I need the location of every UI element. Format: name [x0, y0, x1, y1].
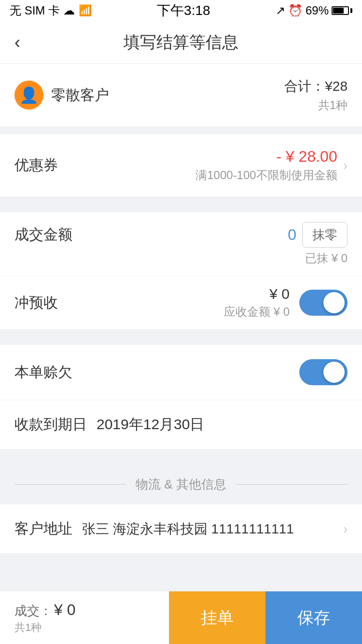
toggle-knob	[323, 292, 345, 313]
transaction-card: 成交金额 0 抹零 已抹 ¥ 0 冲预收 ¥ 0 应收金额 ¥ 0	[0, 212, 362, 329]
address-row[interactable]: 客户地址 张三 海淀永丰科技园 11111111111 ›	[0, 504, 362, 553]
content: 👤 零散客户 合计：¥28 共1种 优惠券 - ¥ 28.00 满1000-10…	[0, 64, 362, 619]
round-zero-button[interactable]: 抹零	[302, 222, 348, 248]
sim-label: 无 SIM 卡 ☁	[10, 3, 75, 18]
battery-percent: 69%	[306, 4, 329, 17]
credit-label: 本单赊欠	[14, 363, 72, 382]
location-icon: ↗	[276, 4, 285, 17]
item-count: 共1种	[284, 98, 348, 113]
address-card: 客户地址 张三 海淀永丰科技园 11111111111 ›	[0, 504, 362, 553]
back-button[interactable]: ‹	[14, 32, 20, 53]
credit-row: 本单赊欠	[0, 345, 362, 400]
transaction-value: 0	[288, 226, 296, 244]
prepay-toggle[interactable]	[299, 290, 348, 316]
avatar-icon: 👤	[19, 86, 39, 104]
credit-toggle-knob	[323, 362, 345, 383]
coupon-right: - ¥ 28.00 满1000-100不限制使用金额 ›	[195, 148, 348, 183]
credit-card: 本单赊欠 收款到期日 2019年12月30日	[0, 345, 362, 449]
total-amount: 合计：¥28	[284, 77, 348, 96]
prepay-right: ¥ 0 应收金额 ¥ 0	[224, 286, 348, 320]
bottom-summary-count: 共1种	[14, 620, 154, 635]
chevron-right-icon: ›	[343, 158, 348, 173]
transaction-top: 成交金额 0 抹零	[14, 222, 348, 248]
customer-card: 👤 零散客户 合计：¥28 共1种	[0, 64, 362, 126]
coupon-values: - ¥ 28.00 满1000-100不限制使用金额	[195, 148, 337, 183]
coupon-row[interactable]: 优惠券 - ¥ 28.00 满1000-100不限制使用金额 ›	[0, 134, 362, 196]
prepay-top: 冲预收 ¥ 0 应收金额 ¥ 0	[14, 286, 348, 320]
bottom-summary: 成交： ¥ 0 共1种	[0, 601, 169, 635]
prepay-amounts: ¥ 0 应收金额 ¥ 0	[224, 286, 290, 320]
save-button[interactable]: 保存	[265, 591, 362, 644]
credit-toggle[interactable]	[299, 359, 348, 385]
due-date-label: 收款到期日	[14, 415, 87, 434]
bottom-summary-title: 成交：	[14, 602, 52, 619]
bottom-bar: 成交： ¥ 0 共1种 挂单 保存	[0, 591, 362, 644]
coupon-card: 优惠券 - ¥ 28.00 满1000-100不限制使用金额 ›	[0, 134, 362, 196]
address-chevron-icon: ›	[343, 521, 348, 537]
logistics-line-right	[236, 484, 348, 485]
page-title: 填写结算等信息	[124, 31, 238, 54]
prepay-main-amount: ¥ 0	[224, 286, 290, 302]
status-left: 无 SIM 卡 ☁ 📶	[10, 3, 92, 18]
prepay-sub-amount: 应收金额 ¥ 0	[224, 304, 290, 320]
transaction-deducted: 已抹 ¥ 0	[14, 251, 348, 266]
address-value: 张三 海淀永丰科技园 11111111111	[82, 520, 343, 538]
logistics-line-left	[14, 484, 126, 485]
transaction-label: 成交金额	[14, 225, 72, 245]
coupon-label: 优惠券	[14, 155, 58, 175]
divider-2	[0, 337, 362, 345]
coupon-amount: - ¥ 28.00	[195, 148, 337, 166]
logistics-header: 物流 & 其他信息	[0, 464, 362, 504]
transaction-amount-row: 成交金额 0 抹零 已抹 ¥ 0	[0, 212, 362, 276]
avatar: 👤	[14, 81, 43, 110]
wifi-icon: 📶	[79, 4, 92, 17]
divider-3	[0, 457, 362, 464]
nav-bar: ‹ 填写结算等信息	[0, 21, 362, 64]
divider-1	[0, 204, 362, 212]
prepay-label: 冲预收	[14, 293, 58, 313]
due-date-value: 2019年12月30日	[97, 415, 204, 434]
transaction-right: 0 抹零	[288, 222, 348, 248]
customer-left: 👤 零散客户	[14, 81, 109, 110]
status-right: ↗ ⏰ 69%	[276, 4, 352, 17]
customer-name: 零散客户	[51, 85, 109, 105]
customer-summary: 合计：¥28 共1种	[284, 77, 348, 113]
bottom-summary-amount: ¥ 0	[54, 601, 75, 619]
customer-row: 👤 零散客户 合计：¥28 共1种	[0, 64, 362, 126]
coupon-desc: 满1000-100不限制使用金额	[195, 168, 337, 183]
status-time: 下午3:18	[157, 1, 210, 20]
hang-order-button[interactable]: 挂单	[169, 591, 265, 644]
logistics-label: 物流 & 其他信息	[136, 476, 226, 493]
due-date-row: 收款到期日 2019年12月30日	[0, 400, 362, 449]
alarm-icon: ⏰	[288, 4, 303, 17]
battery-icon	[332, 6, 352, 15]
address-label: 客户地址	[14, 519, 72, 539]
status-bar: 无 SIM 卡 ☁ 📶 下午3:18 ↗ ⏰ 69%	[0, 0, 362, 21]
prepay-row: 冲预收 ¥ 0 应收金额 ¥ 0	[0, 276, 362, 329]
